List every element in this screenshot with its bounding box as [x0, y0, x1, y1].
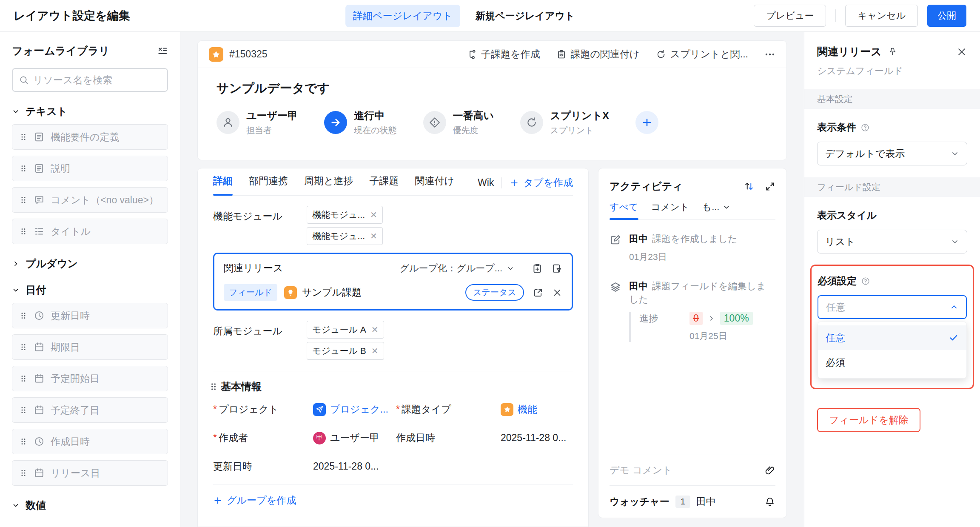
search-input[interactable]	[33, 74, 161, 86]
tag[interactable]: 機能モジュ... ✕	[307, 206, 383, 224]
library-item-planned-start[interactable]: 予定開始日	[12, 366, 168, 391]
field-value-creator[interactable]: 甲 ユーザー甲	[313, 431, 396, 444]
display-style-select[interactable]: リスト	[817, 230, 967, 254]
field-row-module[interactable]: 機能モジュール 機能モジュ... ✕ 機能モジュ... ✕	[213, 206, 573, 245]
display-condition-select[interactable]: デフォルトで表示	[817, 142, 967, 165]
remove-tag-icon[interactable]: ✕	[370, 232, 377, 240]
help-icon[interactable]	[860, 123, 870, 132]
tab-department[interactable]: 部門連携	[249, 174, 288, 195]
field-value-created-at[interactable]: 2025-11-28 0...	[501, 432, 573, 444]
remove-field-button[interactable]: フィールドを解除	[817, 408, 920, 432]
drag-handle-icon[interactable]	[19, 133, 28, 141]
library-item-requirement[interactable]: 機能要件の定義	[12, 124, 168, 150]
add-related-item-icon[interactable]	[532, 263, 543, 274]
remove-tag-icon[interactable]: ✕	[371, 325, 379, 334]
priority-attr[interactable]: 一番高い 優先度	[423, 109, 494, 136]
section-pulldown[interactable]: プルダウン	[12, 257, 168, 271]
remove-tag-icon[interactable]: ✕	[370, 211, 377, 219]
preview-button[interactable]: プレビュー	[754, 5, 826, 27]
drag-handle-icon[interactable]	[209, 382, 218, 391]
sprint-link-action[interactable]: スプリントと関...	[656, 48, 748, 61]
assignee-attr[interactable]: ユーザー甲 担当者	[217, 109, 298, 136]
drag-handle-icon[interactable]	[19, 374, 28, 383]
more-actions-icon[interactable]	[764, 49, 775, 60]
tab-cycle-progress[interactable]: 周期と進捗	[304, 174, 353, 195]
display-condition-label-row: 表示条件	[817, 121, 967, 134]
library-item-comment[interactable]: コメント（<no value>）	[12, 187, 168, 213]
activity-tab-all[interactable]: すべて	[610, 201, 638, 219]
drag-handle-icon[interactable]	[19, 437, 28, 446]
library-item-planned-end[interactable]: 予定終了日	[12, 397, 168, 423]
drag-handle-icon[interactable]	[19, 469, 28, 477]
sort-order-icon[interactable]	[744, 181, 755, 192]
basic-info-header[interactable]: 基本情報	[213, 380, 573, 393]
tag[interactable]: モジュール A ✕	[307, 321, 384, 339]
section-date[interactable]: 日付	[12, 283, 168, 297]
drag-handle-icon[interactable]	[19, 196, 28, 204]
tag[interactable]: モジュール B ✕	[307, 342, 384, 360]
drag-handle-icon[interactable]	[19, 406, 28, 414]
activity-tab-more[interactable]: も...	[702, 201, 731, 219]
status-pill[interactable]: ステータス	[465, 284, 524, 301]
tab-wiki[interactable]: Wik	[478, 177, 494, 188]
library-item-created[interactable]: 作成日時	[12, 429, 168, 454]
required-setting-select[interactable]: 任意	[818, 295, 967, 319]
bell-icon[interactable]	[764, 496, 775, 507]
close-icon[interactable]	[956, 46, 967, 57]
collapse-panel-icon[interactable]	[157, 46, 168, 57]
chevron-down-icon	[951, 149, 959, 158]
drag-handle-icon[interactable]	[19, 227, 28, 236]
cancel-button[interactable]: キャンセル	[845, 5, 918, 27]
remove-item-icon[interactable]	[552, 288, 562, 298]
resource-search[interactable]	[12, 68, 168, 92]
remove-tag-icon[interactable]: ✕	[371, 347, 379, 355]
tab-detail[interactable]: 詳細	[213, 174, 233, 195]
library-item-release-date[interactable]: リリース日	[12, 460, 168, 486]
section-text[interactable]: テキスト	[12, 105, 168, 118]
attachment-icon[interactable]	[764, 465, 775, 476]
tab-new-page-layout[interactable]: 新規ページレイアウト	[476, 9, 575, 23]
link-issue-action[interactable]: 課題の関連付け	[556, 48, 640, 61]
activity-user[interactable]: 田中	[629, 281, 648, 291]
activity-user[interactable]: 田中	[629, 234, 648, 244]
section-number[interactable]: 数値	[12, 499, 168, 512]
create-tab-link[interactable]: タブを作成	[510, 176, 573, 189]
comment-input[interactable]: デモ コメント	[610, 455, 775, 485]
tab-detail-page-layout[interactable]: 詳細ページレイアウト	[345, 5, 460, 27]
library-item-title[interactable]: タイトル	[12, 219, 168, 244]
tab-subtasks[interactable]: 子課題	[370, 174, 399, 195]
library-item-description[interactable]: 説明	[12, 156, 168, 181]
tab-links[interactable]: 関連付け	[415, 174, 455, 195]
field-value-updated-at[interactable]: 2025-11-28 0...	[313, 461, 396, 472]
field-value-project[interactable]: プロジェク...	[313, 403, 396, 416]
activity-date: 01月25日	[689, 330, 775, 342]
option-optional[interactable]: 任意	[818, 325, 966, 350]
group-by-dropdown[interactable]: グループ化：グループ...	[400, 262, 514, 275]
library-item-due[interactable]: 期限日	[12, 334, 168, 360]
sprint-attr[interactable]: スプリントX スプリント	[520, 109, 609, 136]
activity-tab-comments[interactable]: コメント	[651, 201, 689, 219]
open-external-icon[interactable]	[533, 287, 544, 298]
filter-view-icon[interactable]	[551, 263, 562, 274]
field-value-issue-type[interactable]: 機能	[501, 403, 573, 416]
plus-icon	[641, 117, 652, 128]
drag-handle-icon[interactable]	[19, 343, 28, 351]
related-release-field-selected[interactable]: 関連リリース グループ化：グループ...	[213, 253, 573, 311]
status-attr[interactable]: 進行中 現在の状態	[324, 109, 396, 136]
help-icon[interactable]	[861, 276, 870, 286]
create-subtask-action[interactable]: 子課題を作成	[467, 48, 540, 61]
drag-handle-icon[interactable]	[19, 311, 28, 320]
tag[interactable]: 機能モジュ... ✕	[307, 227, 383, 245]
watcher-name[interactable]: 田中	[696, 495, 716, 508]
drag-handle-icon[interactable]	[19, 164, 28, 173]
option-required[interactable]: 必須	[818, 350, 966, 375]
add-attribute-button[interactable]	[635, 111, 658, 134]
related-item-title[interactable]: サンプル課題	[302, 286, 362, 299]
pin-icon[interactable]	[888, 47, 897, 57]
expand-icon[interactable]	[765, 181, 775, 192]
create-group-link[interactable]: グループを作成	[213, 494, 296, 507]
activity-panel: アクティビティ	[598, 168, 787, 518]
publish-button[interactable]: 公開	[927, 5, 966, 27]
library-item-updated[interactable]: 更新日時	[12, 303, 168, 328]
field-row-belong-module[interactable]: 所属モジュール モジュール A ✕ モジュール B ✕	[213, 321, 573, 360]
